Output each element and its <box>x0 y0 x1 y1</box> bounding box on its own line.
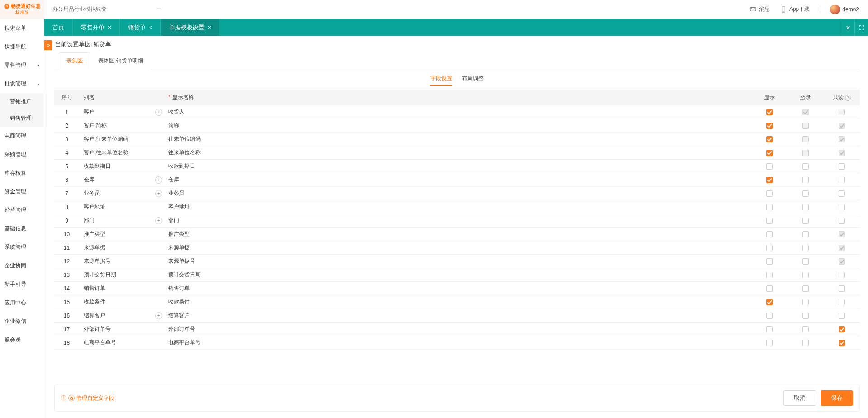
checkbox[interactable] <box>802 245 809 251</box>
expand-row-button[interactable]: + <box>155 190 162 197</box>
checkbox[interactable] <box>802 340 809 346</box>
user-menu[interactable]: demo2 <box>830 5 859 14</box>
sidebar-item[interactable]: 系统管理 <box>0 238 44 256</box>
checkbox[interactable] <box>802 313 809 319</box>
checkbox[interactable] <box>766 326 773 332</box>
checkbox[interactable] <box>839 218 845 224</box>
checkbox[interactable] <box>802 204 809 210</box>
area-tab-header[interactable]: 表头区 <box>59 52 90 69</box>
checkbox[interactable] <box>839 313 845 319</box>
sidebar-item[interactable]: 采购管理 <box>0 145 44 164</box>
checkbox[interactable] <box>802 272 809 278</box>
checkbox[interactable] <box>766 231 773 238</box>
close-icon[interactable]: × <box>108 24 111 31</box>
sidebar-sub-item[interactable]: 营销推广 <box>0 93 44 110</box>
cell-display-name[interactable]: 外部订单号 <box>164 323 751 336</box>
checkbox[interactable] <box>802 299 809 305</box>
sidebar-sub-item[interactable]: 销售管理 <box>0 110 44 127</box>
cell-display-name[interactable]: 预计交货日期 <box>164 268 751 282</box>
checkbox[interactable] <box>766 190 773 197</box>
checkbox[interactable] <box>802 326 809 332</box>
cancel-button[interactable]: 取消 <box>783 390 816 406</box>
sidebar-item[interactable]: 企业协同 <box>0 256 44 275</box>
sidebar-item[interactable]: 库存核算 <box>0 164 44 182</box>
expand-row-button[interactable]: + <box>155 176 162 184</box>
sidebar-item[interactable]: 零售管理▾ <box>0 56 44 75</box>
checkbox[interactable] <box>802 231 809 238</box>
cell-display-name[interactable]: 收货人 <box>164 105 751 119</box>
checkbox[interactable] <box>839 163 845 170</box>
workspace-tab[interactable]: 销货单× <box>120 19 161 36</box>
cell-display-name[interactable]: 来源单据 <box>164 241 751 255</box>
checkbox[interactable] <box>802 190 809 197</box>
checkbox[interactable] <box>802 177 809 183</box>
cell-display-name[interactable]: 电商平台单号 <box>164 336 751 350</box>
sidebar-item[interactable]: 新手引导 <box>0 275 44 294</box>
workspace-tab[interactable]: 单据模板设置× <box>161 19 220 36</box>
checkbox[interactable] <box>802 163 809 170</box>
checkbox[interactable] <box>839 340 845 346</box>
workspace-tab[interactable]: 首页 <box>44 19 73 36</box>
checkbox[interactable] <box>839 190 845 197</box>
view-tab-field-settings[interactable]: 字段设置 <box>430 75 452 86</box>
checkbox[interactable] <box>766 123 773 129</box>
checkbox[interactable] <box>766 218 773 224</box>
checkbox[interactable] <box>766 299 773 305</box>
expand-row-button[interactable]: + <box>155 312 162 319</box>
help-icon[interactable]: ? <box>845 95 851 101</box>
workspace-tab[interactable]: 零售开单× <box>73 19 120 36</box>
close-icon[interactable]: × <box>208 24 211 31</box>
cell-display-name[interactable]: 推广类型 <box>164 228 751 241</box>
cell-display-name[interactable]: 往来单位编码 <box>164 133 751 146</box>
sidebar-item[interactable]: 电商管理 <box>0 127 44 145</box>
account-selector[interactable]: 办公用品行业模拟账套 ﹀ <box>44 5 170 13</box>
cell-display-name[interactable]: 客户地址 <box>164 200 751 214</box>
expand-row-button[interactable]: + <box>155 217 162 224</box>
checkbox[interactable] <box>839 299 845 305</box>
app-download-button[interactable]: App下载 <box>780 5 810 13</box>
checkbox[interactable] <box>766 136 773 142</box>
view-tab-layout-adjust[interactable]: 布局调整 <box>462 75 484 86</box>
fullscreen-button[interactable] <box>854 19 868 36</box>
sidebar-item[interactable]: 资金管理 <box>0 182 44 201</box>
checkbox[interactable] <box>802 218 809 224</box>
checkbox[interactable] <box>766 313 773 319</box>
checkbox[interactable] <box>766 150 773 156</box>
checkbox[interactable] <box>802 285 809 292</box>
cell-display-name[interactable]: 收款条件 <box>164 295 751 309</box>
cell-display-name[interactable]: 收款到期日 <box>164 160 751 173</box>
checkbox[interactable] <box>839 285 845 292</box>
cell-display-name[interactable]: 销售订单 <box>164 282 751 295</box>
checkbox[interactable] <box>839 177 845 183</box>
manage-custom-fields-link[interactable]: ⓘ ✿ 管理自定义字段 <box>61 394 114 402</box>
messages-button[interactable]: 消息 <box>750 5 770 13</box>
sidebar-item[interactable]: 搜索菜单 <box>0 19 44 38</box>
sidebar-item[interactable]: 批发管理▴ <box>0 75 44 93</box>
checkbox[interactable] <box>766 285 773 292</box>
area-tab-body[interactable]: 表体区-销货单明细 <box>90 52 151 69</box>
checkbox[interactable] <box>766 258 773 265</box>
cell-display-name[interactable]: 业务员 <box>164 187 751 200</box>
sidebar-item[interactable]: 企业微信 <box>0 312 44 331</box>
sidebar-item[interactable]: 快捷导航 <box>0 38 44 56</box>
expand-row-button[interactable]: + <box>155 109 162 116</box>
checkbox[interactable] <box>766 163 773 170</box>
cell-display-name[interactable]: 部门 <box>164 214 751 228</box>
sidebar-item[interactable]: 基础信息 <box>0 219 44 238</box>
sidebar-item[interactable]: 畅会员 <box>0 331 44 349</box>
checkbox[interactable] <box>766 340 773 346</box>
cell-display-name[interactable]: 来源单据号 <box>164 255 751 268</box>
checkbox[interactable] <box>766 204 773 210</box>
close-icon[interactable]: × <box>149 24 152 31</box>
checkbox[interactable] <box>766 272 773 278</box>
checkbox[interactable] <box>766 177 773 183</box>
close-all-tabs-button[interactable] <box>841 19 854 36</box>
checkbox[interactable] <box>766 109 773 115</box>
checkbox[interactable] <box>766 245 773 251</box>
checkbox[interactable] <box>802 258 809 265</box>
cell-display-name[interactable]: 往来单位名称 <box>164 146 751 160</box>
checkbox[interactable] <box>839 204 845 210</box>
expand-panel-toggle[interactable]: » <box>44 40 52 50</box>
cell-display-name[interactable]: 结算客户 <box>164 309 751 323</box>
sidebar-item[interactable]: 应用中心 <box>0 294 44 312</box>
